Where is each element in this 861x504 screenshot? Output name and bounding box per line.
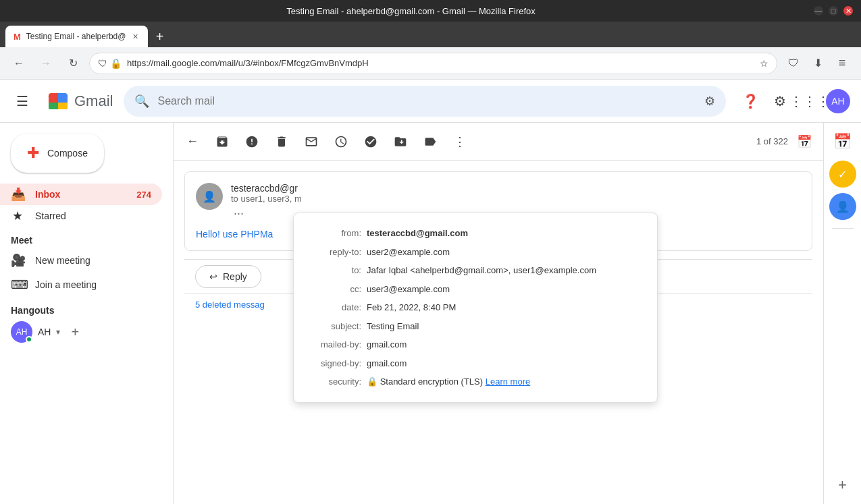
join-meeting-label: Join a meeting — [35, 279, 97, 290]
sidebar-item-join-meeting[interactable]: ⌨ Join a meeting — [0, 273, 162, 297]
search-bar[interactable]: 🔍 ⚙ — [124, 86, 726, 117]
move-to-button[interactable] — [387, 128, 414, 155]
google-calendar-button[interactable]: 📅 — [829, 128, 856, 155]
avatar-icon: 👤 — [203, 190, 216, 203]
detail-row-from: from: testeraccbd@gmail.com — [307, 224, 644, 243]
email-details-popup: from: testeraccbd@gmail.com reply-to: us… — [293, 213, 658, 403]
snooze-icon — [334, 135, 348, 148]
search-filter-button[interactable]: ⚙ — [704, 94, 715, 109]
hangouts-dropdown-arrow[interactable]: ▾ — [56, 327, 60, 337]
gmail-main: ✚ Compose 📥 Inbox 274 ★ Starred Meet 🎥 N… — [0, 123, 861, 504]
reply-icon: ↩ — [209, 271, 217, 282]
tab-bar: M Testing Email - ahelperbd@ × + — [0, 22, 861, 47]
spam-icon — [245, 135, 259, 148]
snooze-button[interactable] — [328, 128, 355, 155]
maximize-button[interactable]: □ — [829, 6, 838, 16]
browser-menu-button[interactable]: ≡ — [831, 53, 853, 74]
header-right-icons: ❓ ⚙ ⋮⋮⋮ AH — [737, 88, 850, 115]
more-actions-button[interactable]: ⋮ — [446, 128, 473, 155]
minimize-button[interactable]: — — [814, 6, 823, 16]
delete-icon — [275, 135, 288, 148]
gmail-app: ☰ Gmail 🔍 ⚙ ❓ ⚙ ⋮⋮⋮ AH — [0, 80, 861, 504]
video-icon: 🎥 — [11, 253, 24, 268]
starred-icon: ★ — [11, 208, 24, 223]
learn-more-link[interactable]: Learn more — [486, 376, 530, 387]
email-thread: 👤 testeraccbd@gr to user1, user3, m ··· … — [174, 161, 823, 504]
reply-label: Reply — [223, 271, 247, 282]
back-to-inbox-button[interactable]: ← — [179, 128, 206, 155]
sender-avatar: 👤 — [196, 183, 223, 210]
date-label: date: — [307, 301, 361, 314]
back-button[interactable]: ← — [8, 53, 30, 74]
done-icon — [364, 135, 377, 148]
main-menu-button[interactable]: ☰ — [11, 88, 34, 115]
tab-title: Testing Email - ahelperbd@ — [26, 32, 126, 41]
detail-row-cc: cc: user3@example.com — [307, 280, 644, 299]
nav-right-icons: 🛡 ⬇ ≡ — [783, 53, 853, 74]
keyboard-icon: ⌨ — [11, 277, 24, 292]
sidebar-item-starred[interactable]: ★ Starred — [0, 205, 162, 227]
email-toolbar: ← — [174, 123, 823, 161]
search-button[interactable]: 🔍 — [134, 94, 149, 109]
sidebar-item-inbox[interactable]: 📥 Inbox 274 — [0, 184, 162, 205]
compose-button[interactable]: ✚ Compose — [11, 134, 104, 173]
google-tasks-button[interactable]: ✓ — [829, 161, 856, 188]
forward-button[interactable]: → — [35, 53, 57, 74]
spam-button[interactable] — [238, 128, 265, 155]
downloads-button[interactable]: ⬇ — [807, 53, 829, 74]
detail-row-signed-by: signed-by: gmail.com — [307, 354, 644, 373]
email-message: 👤 testeraccbd@gr to user1, user3, m ··· … — [184, 171, 812, 251]
detail-row-reply-to: reply-to: user2@example.com — [307, 243, 644, 262]
to-label: to: — [307, 264, 361, 277]
cc-value: user3@example.com — [367, 283, 644, 296]
inbox-count: 274 — [136, 190, 151, 200]
email-sender: testeraccbd@gr — [231, 183, 801, 194]
extensions-button[interactable]: 🛡 — [783, 53, 804, 74]
security-label: security: — [307, 375, 361, 389]
reply-to-value: user2@example.com — [367, 246, 644, 259]
online-status-dot — [26, 336, 32, 343]
hangouts-user[interactable]: AH AH ▾ + — [0, 318, 173, 345]
hangouts-name: AH — [38, 327, 51, 337]
gmail-logo[interactable]: Gmail — [45, 88, 113, 115]
avatar[interactable]: AH — [826, 89, 850, 113]
calendar-sidebar-button[interactable]: 📅 — [791, 128, 818, 155]
reply-to-label: reply-to: — [307, 246, 361, 259]
starred-label: Starred — [35, 211, 151, 221]
move-to-icon — [394, 135, 407, 148]
refresh-button[interactable]: ↻ — [62, 53, 84, 74]
window-controls: — □ ✕ — [814, 6, 853, 16]
address-bar[interactable]: 🛡 🔒 https://mail.google.com/mail/u/3/#in… — [89, 53, 777, 74]
gmail-logo-svg — [45, 88, 72, 115]
tab-close-button[interactable]: × — [131, 30, 139, 43]
detail-row-date: date: Feb 21, 2022, 8:40 PM — [307, 298, 644, 317]
signed-by-value: gmail.com — [367, 357, 644, 370]
new-meeting-label: New meeting — [35, 255, 90, 266]
add-hangout-button[interactable]: + — [66, 322, 84, 343]
address-text: https://mail.google.com/mail/u/3/#inbox/… — [127, 58, 754, 68]
archive-button[interactable] — [209, 128, 236, 155]
active-tab[interactable]: M Testing Email - ahelperbd@ × — [5, 26, 148, 47]
reply-button[interactable]: ↩ Reply — [195, 265, 261, 288]
label-icon — [423, 135, 437, 148]
close-button[interactable]: ✕ — [843, 6, 853, 16]
email-count: 1 of 322 — [756, 136, 788, 146]
apps-button[interactable]: ⋮⋮⋮ — [796, 88, 823, 115]
add-app-button[interactable]: + — [829, 472, 856, 499]
mark-unread-button[interactable] — [298, 128, 325, 155]
done-button[interactable] — [357, 128, 384, 155]
compose-icon: ✚ — [27, 144, 39, 162]
from-value: testeraccbd@gmail.com — [367, 227, 644, 240]
label-button[interactable] — [417, 128, 444, 155]
delete-button[interactable] — [268, 128, 295, 155]
google-contacts-button[interactable]: 👤 — [829, 193, 856, 220]
sidebar-item-new-meeting[interactable]: 🎥 New meeting — [0, 248, 162, 273]
tab-favicon: M — [14, 32, 21, 42]
subject-value: Testing Email — [367, 320, 644, 333]
help-button[interactable]: ❓ — [737, 88, 764, 115]
detail-row-mailed-by: mailed-by: gmail.com — [307, 335, 644, 354]
new-tab-button[interactable]: + — [151, 26, 169, 47]
bookmark-icon[interactable]: ☆ — [760, 58, 768, 69]
search-input[interactable] — [157, 95, 696, 107]
security-value: 🔒 Standard encryption (TLS) Learn more — [367, 375, 644, 389]
